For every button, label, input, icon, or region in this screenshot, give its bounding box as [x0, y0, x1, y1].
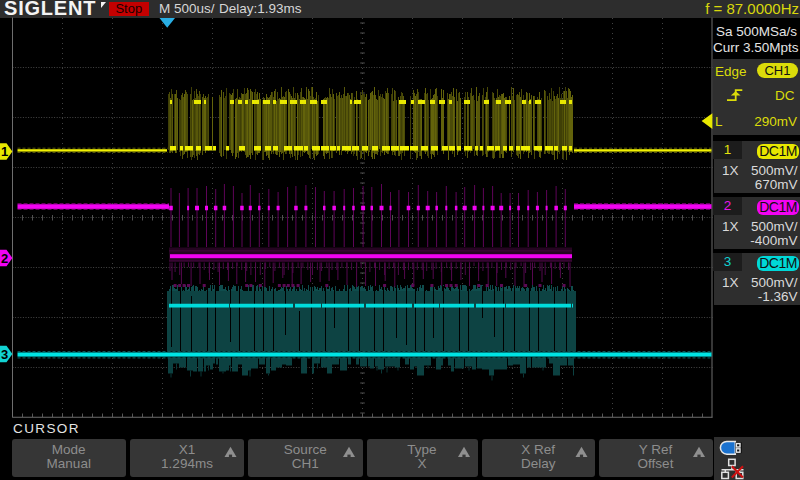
svg-text:2: 2 — [1, 251, 8, 266]
svg-text:3: 3 — [1, 347, 8, 362]
svg-text:1: 1 — [1, 144, 8, 159]
